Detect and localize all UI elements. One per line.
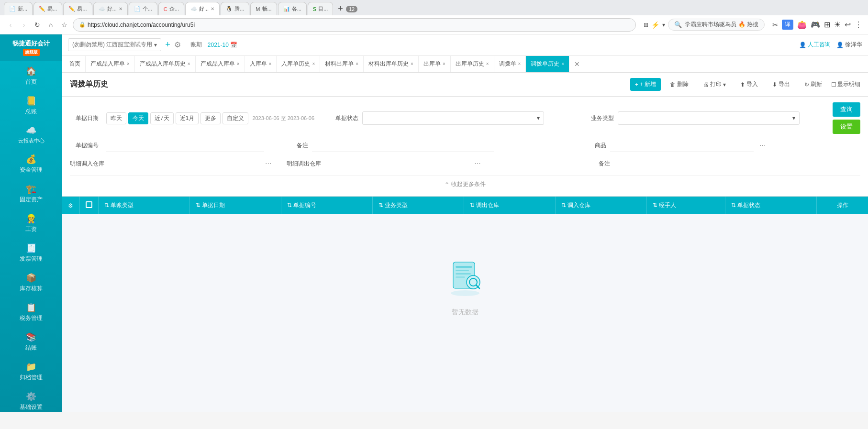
print-btn[interactable]: 🖨 打印 ▾ <box>698 77 731 91</box>
sidebar-item-ledger[interactable]: 📒 总账 <box>0 91 62 121</box>
nav-tab-in-close[interactable]: × <box>269 61 272 66</box>
add-company-btn[interactable]: + <box>165 40 170 50</box>
business-type-select[interactable]: ▾ <box>618 111 800 125</box>
doc-no-input[interactable] <box>106 139 264 152</box>
forward-btn[interactable]: › <box>19 20 29 30</box>
date-btn-yesterday[interactable]: 昨天 <box>106 112 126 124</box>
sidebar-item-close[interactable]: 📚 结账 <box>0 327 62 357</box>
detail-in-more-btn[interactable]: ··· <box>265 159 271 168</box>
nav-tab-product-in2-close[interactable]: × <box>237 61 240 66</box>
th-in-warehouse[interactable]: ⇅ 调入仓库 <box>555 197 646 214</box>
sidebar-item-inventory[interactable]: 📦 库存核算 <box>0 268 62 297</box>
browser-tab-5[interactable]: 📄 个... <box>129 2 157 15</box>
browser-tab-2[interactable]: ✏️ 易... <box>33 2 62 15</box>
nav-tab-transfer-close[interactable]: × <box>518 61 521 66</box>
address-bar[interactable]: 🔒 https://cloud.chanjet.com/accounting/u… <box>73 18 636 32</box>
expand-btn[interactable]: ▾ <box>662 22 665 28</box>
nav-tab-product-in-history[interactable]: 产成品入库单历史 × <box>135 56 196 72</box>
nav-tab-home[interactable]: 首页 <box>64 56 86 72</box>
import-btn[interactable]: ⬆ 导入 <box>735 77 763 91</box>
th-handler[interactable]: ⇅ 经手人 <box>646 197 725 214</box>
nav-tab-product-in2[interactable]: 产成品入库单 × <box>196 56 245 72</box>
status-select[interactable]: ▾ <box>362 111 544 125</box>
nav-tab-out[interactable]: 出库单 × <box>419 56 451 72</box>
grid-icon[interactable]: ⊞ <box>824 20 830 29</box>
table-checkbox-header[interactable] <box>79 197 98 214</box>
browser-tab-3[interactable]: ✏️ 易... <box>63 2 92 15</box>
nav-tab-transfer-history-close[interactable]: × <box>561 61 564 66</box>
th-business-type[interactable]: ⇅ 业务类型 <box>372 197 464 214</box>
service-btn[interactable]: 👤 人工咨询 <box>799 41 831 49</box>
wallet-icon[interactable]: 👛 <box>797 20 807 29</box>
delete-btn[interactable]: 🗑 删除 <box>665 77 694 91</box>
close-all-tabs-btn[interactable]: ✕ <box>571 60 583 68</box>
date-btn-7days[interactable]: 近7天 <box>150 112 174 124</box>
collapse-filter-btn[interactable]: ⌃ 收起更多条件 <box>70 178 860 190</box>
sidebar-item-tax[interactable]: 📋 税务管理 <box>0 297 62 327</box>
refresh-btn[interactable]: ↻ 刷新 <box>799 77 827 91</box>
browser-tab-11[interactable]: S 目... <box>308 2 334 15</box>
show-col-btn[interactable]: ☐ 显示明细 <box>831 80 860 88</box>
sidebar-item-settings[interactable]: ⚙️ 基础设置 <box>0 386 62 412</box>
goods-input[interactable] <box>610 139 754 152</box>
browser-tab-8[interactable]: 🐧 腾... <box>221 2 249 15</box>
back-btn[interactable]: ‹ <box>6 20 15 30</box>
date-btn-more[interactable]: 更多 <box>200 112 221 124</box>
table-scroll[interactable]: ⚙ ⇅ 单账类型 ⇅ 单据日期 <box>62 197 868 412</box>
user-info[interactable]: 👤 徐泽华 <box>836 41 862 49</box>
nav-tab-product-in-history-close[interactable]: × <box>188 61 190 66</box>
goods-more-btn[interactable]: ··· <box>759 141 766 150</box>
home-btn[interactable]: ⌂ <box>46 20 56 30</box>
sidebar-item-funds[interactable]: 💰 资金管理 <box>0 149 62 179</box>
sidebar-item-cloud-reports[interactable]: ☁️ 云报表中心 <box>0 121 62 149</box>
nav-tab-in-history-close[interactable]: × <box>312 61 315 66</box>
nav-tab-material-out[interactable]: 材料出库单 × <box>320 56 364 72</box>
nav-tab-out-history-close[interactable]: × <box>486 61 489 66</box>
sidebar-item-home[interactable]: 🏠 首页 <box>0 61 62 91</box>
nav-tab-transfer-history[interactable]: 调拨单历史 × <box>526 56 569 72</box>
browser-tab-6[interactable]: C 企... <box>158 2 184 15</box>
th-doc-no[interactable]: ⇅ 单据编号 <box>281 197 372 214</box>
company-settings-icon[interactable]: ⚙ <box>174 40 181 49</box>
nav-tab-product-in-close[interactable]: × <box>127 61 130 66</box>
new-btn[interactable]: + + 新增 <box>630 78 661 91</box>
export-btn[interactable]: ⬇ 导出 <box>767 77 795 91</box>
refresh-btn[interactable]: ↻ <box>33 20 42 30</box>
tab-close-4[interactable]: ✕ <box>119 6 122 11</box>
company-selector[interactable]: (勿删勿禁用) 江西服宝测试专用 ▾ <box>68 38 161 51</box>
table-gear-header[interactable]: ⚙ <box>62 197 79 214</box>
filter-settings-btn[interactable]: 设置 <box>833 120 860 134</box>
new-tab-btn[interactable]: + <box>338 4 343 14</box>
detail-out-input[interactable] <box>325 157 468 170</box>
nav-tab-product-in[interactable]: 产成品入库单 × <box>86 56 135 72</box>
date-btn-1month[interactable]: 近1月 <box>176 112 199 124</box>
lightning-btn[interactable]: ⚡ <box>651 21 659 29</box>
nav-tab-out-close[interactable]: × <box>443 61 445 66</box>
select-all-checkbox[interactable] <box>86 201 92 208</box>
browser-tab-10[interactable]: 📊 各... <box>278 2 307 15</box>
star-btn[interactable]: ☆ <box>59 20 69 30</box>
query-btn[interactable]: 查询 <box>833 102 860 117</box>
tab-close-7[interactable]: ✕ <box>211 6 214 11</box>
sidebar-item-fixed-assets[interactable]: 🏗️ 固定资产 <box>0 179 62 209</box>
browser-tab-4[interactable]: ☁️ 好... ✕ <box>93 2 128 15</box>
nav-tab-material-out-history[interactable]: 材料出库单历史 × <box>364 56 419 72</box>
undo-icon[interactable]: ↩ <box>845 20 851 29</box>
period-value[interactable]: 2021-10 📅 <box>208 42 237 48</box>
nav-tab-in[interactable]: 入库单 × <box>245 56 277 72</box>
nav-tab-material-out-close[interactable]: × <box>356 61 358 66</box>
nav-tab-out-history[interactable]: 出库单历史 × <box>451 56 494 72</box>
sidebar-item-salary[interactable]: 👷 工资 <box>0 209 62 238</box>
th-out-warehouse[interactable]: ⇅ 调出仓库 <box>464 197 555 214</box>
detail-remark-input[interactable] <box>614 157 748 170</box>
date-btn-custom[interactable]: 自定义 <box>223 112 248 124</box>
date-btn-today[interactable]: 今天 <box>128 112 148 124</box>
sidebar-item-archive[interactable]: 📁 归档管理 <box>0 357 62 386</box>
browser-tab-7[interactable]: ☁️ 好... ✕ <box>185 2 220 15</box>
remark-input[interactable] <box>312 139 494 152</box>
nav-tab-material-out-history-close[interactable]: × <box>411 61 413 66</box>
browser-tab-9[interactable]: M 畅... <box>250 2 277 15</box>
translate-icon[interactable]: 译 <box>782 20 793 30</box>
th-doc-date[interactable]: ⇅ 单据日期 <box>189 197 281 214</box>
th-doc-type[interactable]: ⇅ 单账类型 <box>98 197 189 214</box>
